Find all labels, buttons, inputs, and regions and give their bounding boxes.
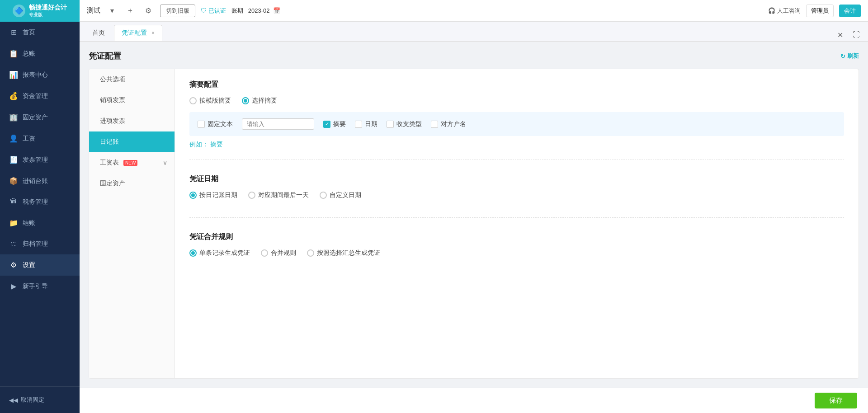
- config-nav-purchase-invoice[interactable]: 进项发票: [89, 111, 175, 131]
- logo: 🔷 畅捷通好会计 专业版: [0, 0, 80, 22]
- summary-radio-group: 按模版摘要 选择摘要: [189, 97, 844, 105]
- new-badge: NEW: [123, 160, 137, 166]
- refresh-icon: ↻: [840, 53, 845, 60]
- config-nav-payroll[interactable]: 工资表 NEW ∨: [89, 152, 175, 173]
- merge-radio-summary[interactable]: 按照选择汇总生成凭证: [307, 249, 380, 257]
- radio-summary-generate-circle: [307, 249, 314, 257]
- tax-icon: 🏛: [9, 198, 18, 206]
- sidebar-footer: ◀◀ 取消固定: [0, 386, 80, 413]
- fixed-assets-icon: 🏢: [9, 113, 18, 122]
- fixed-text-input[interactable]: [242, 118, 314, 130]
- summary-radio-select[interactable]: 选择摘要: [242, 97, 277, 105]
- period-info: 账期 2023-02 📅: [231, 7, 280, 15]
- summary-checkbox: [323, 121, 330, 128]
- top-bar-center: 测试 ▾ ＋ ⚙ 切到旧版 🛡 已认证 账期 2023-02 📅: [80, 5, 768, 17]
- summary-radio-template[interactable]: 按模版摘要: [189, 97, 231, 105]
- sidebar-item-reports[interactable]: 📊 报表中心: [0, 64, 80, 85]
- sidebar-item-label: 进销台账: [23, 177, 48, 185]
- save-button[interactable]: 保存: [815, 393, 857, 408]
- tab-close-icon[interactable]: ×: [151, 30, 155, 36]
- consultant-button[interactable]: 🎧 人工咨询: [768, 7, 801, 15]
- unpin-button[interactable]: ◀◀ 取消固定: [0, 391, 80, 408]
- sidebar-item-label: 首页: [23, 28, 35, 37]
- checkbox-date[interactable]: 日期: [355, 120, 377, 128]
- checkbox-fixed-text[interactable]: 固定文本: [198, 120, 233, 128]
- guide-icon: ▶: [9, 282, 18, 291]
- chevron-down-icon[interactable]: ▾: [106, 5, 118, 17]
- refresh-button[interactable]: ↻ 刷新: [840, 52, 859, 60]
- config-nav-journal[interactable]: 日记账: [89, 131, 175, 152]
- sidebar-item-guide[interactable]: ▶ 新手引导: [0, 276, 80, 297]
- radio-journal-date-circle: [189, 192, 197, 199]
- radio-last-day-circle: [248, 192, 255, 199]
- main-wrapper: 首页 凭证配置 × ✕ ⛶ 凭证配置 ↻ 刷新 公共选项: [80, 22, 868, 413]
- logo-text: 畅捷通好会计: [29, 4, 67, 12]
- purchase-sales-icon: 📦: [9, 177, 18, 185]
- sidebar-item-tax[interactable]: 🏛 税务管理: [0, 192, 80, 212]
- sidebar-item-label: 税务管理: [23, 198, 48, 206]
- old-version-button[interactable]: 切到旧版: [160, 5, 195, 17]
- sidebar-item-label: 设置: [23, 261, 35, 269]
- config-nav-fixed-assets[interactable]: 固定资产: [89, 173, 175, 194]
- sidebar-item-label: 归档管理: [23, 240, 48, 248]
- sidebar-item-ledger[interactable]: 📋 总账: [0, 43, 80, 64]
- capital-icon: 💰: [9, 92, 18, 100]
- close-window-icon[interactable]: ✕: [834, 28, 846, 41]
- sidebar-item-invoice[interactable]: 🧾 发票管理: [0, 149, 80, 170]
- radio-custom-date-circle: [320, 192, 327, 199]
- right-actions: 🎧 人工咨询 管理员 会计: [768, 5, 861, 17]
- config-layout: 公共选项 销项发票 进项发票 日记账 工资表 NEW ∨: [89, 69, 859, 379]
- date-radio-journal[interactable]: 按日记账日期: [189, 191, 237, 199]
- admin-button[interactable]: 管理员: [806, 5, 834, 17]
- settings-icon: ⚙: [9, 261, 18, 269]
- checkbox-income-type[interactable]: 收支类型: [387, 120, 422, 128]
- gear-icon[interactable]: ⚙: [142, 5, 155, 17]
- summary-section: 摘要配置 按模版摘要 选择摘要: [189, 80, 844, 160]
- tab-voucher-config[interactable]: 凭证配置 ×: [114, 25, 162, 41]
- config-nav-sales-invoice[interactable]: 销项发票: [89, 90, 175, 111]
- sidebar-item-label: 资金管理: [23, 92, 48, 100]
- verified-badge: 🛡 已认证: [201, 7, 226, 15]
- sidebar-item-archive[interactable]: 🗂 归档管理: [0, 234, 80, 254]
- checkbox-summary[interactable]: 摘要: [323, 120, 346, 128]
- ledger-icon: 📋: [9, 49, 18, 58]
- radio-select-circle: [242, 97, 249, 104]
- sidebar-item-closing[interactable]: 📁 结账: [0, 212, 80, 234]
- sidebar-item-label: 总账: [23, 50, 35, 58]
- sidebar-item-home[interactable]: ⊞ 首页: [0, 22, 80, 43]
- income-type-checkbox: [387, 121, 394, 128]
- sidebar-item-label: 结账: [23, 219, 35, 227]
- sidebar-item-label: 报表中心: [23, 71, 48, 79]
- content-area: 凭证配置 ↻ 刷新 公共选项 销项发票 进项发票 日记账: [80, 42, 868, 388]
- config-nav-public[interactable]: 公共选项: [89, 69, 175, 90]
- merge-radio-rules[interactable]: 合并规则: [261, 249, 296, 257]
- add-icon[interactable]: ＋: [124, 5, 137, 17]
- sidebar-item-label: 工资: [23, 135, 35, 143]
- date-radio-group: 按日记账日期 对应期间最后一天 自定义日期: [189, 191, 844, 199]
- summary-checkbox-row: 固定文本 摘要 日期 收支类型: [189, 112, 844, 136]
- expand-icon[interactable]: ⛶: [850, 28, 863, 41]
- accountant-button[interactable]: 会计: [839, 5, 861, 17]
- sidebar-item-purchase-sales[interactable]: 📦 进销台账: [0, 170, 80, 192]
- sidebar-item-label: 固定资产: [23, 113, 48, 122]
- sidebar: ⊞ 首页 📋 总账 📊 报表中心 💰 资金管理 🏢 固定资产 👤 工资 🧾 发票…: [0, 22, 80, 413]
- top-bar: 🔷 畅捷通好会计 专业版 测试 ▾ ＋ ⚙ 切到旧版 🛡 已认证 账期 2023…: [0, 0, 868, 22]
- sidebar-item-salary[interactable]: 👤 工资: [0, 128, 80, 149]
- merge-section: 凭证合并规则 单条记录生成凭证 合并规则 按照选择汇总生成凭证: [189, 232, 844, 275]
- sidebar-item-label: 发票管理: [23, 156, 48, 164]
- date-section: 凭证日期 按日记账日期 对应期间最后一天 自定义日期: [189, 174, 844, 218]
- logo-sub: 专业版: [29, 12, 67, 18]
- sidebar-item-settings[interactable]: ⚙ 设置: [0, 254, 80, 276]
- merge-radio-single[interactable]: 单条记录生成凭证: [189, 249, 250, 257]
- shield-icon: 🛡: [201, 7, 207, 14]
- sidebar-item-fixed-assets[interactable]: 🏢 固定资产: [0, 107, 80, 128]
- checkbox-counterpart[interactable]: 对方户名: [431, 120, 466, 128]
- headset-icon: 🎧: [768, 7, 775, 14]
- counterpart-checkbox: [431, 121, 438, 128]
- date-radio-custom[interactable]: 自定义日期: [320, 191, 361, 199]
- sidebar-item-capital[interactable]: 💰 资金管理: [0, 85, 80, 107]
- date-section-title: 凭证日期: [189, 174, 844, 184]
- tab-home[interactable]: 首页: [85, 25, 112, 41]
- date-radio-last-day[interactable]: 对应期间最后一天: [248, 191, 309, 199]
- invoice-icon: 🧾: [9, 155, 18, 164]
